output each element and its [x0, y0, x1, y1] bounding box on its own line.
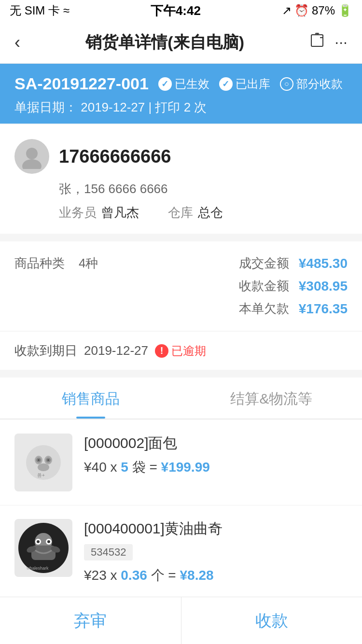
- back-button[interactable]: ‹: [14, 32, 20, 53]
- print-info: | 打印 2 次: [148, 100, 207, 114]
- customer-account-id: 17666666666: [59, 146, 171, 167]
- product-info-1: [0000002]面包 ¥40 x 5 袋 = ¥199.99: [84, 434, 348, 476]
- status-time: 下午4:42: [151, 2, 201, 19]
- sim-status: 无 SIM 卡 ≈: [10, 3, 70, 18]
- order-id-row: SA-20191227-001 ✓ 已生效 ✓ 已出库 ○ 部分收款: [14, 74, 348, 93]
- collect-payment-button[interactable]: 收款: [181, 597, 362, 644]
- collected-value: ¥308.95: [299, 279, 348, 294]
- debt-value: ¥176.35: [299, 301, 348, 317]
- status-left: 无 SIM 卡 ≈: [10, 3, 70, 18]
- goods-types-item: 商品种类 4种: [14, 255, 98, 272]
- customer-row: 17666666666: [14, 139, 348, 174]
- badge-active: ✓ 已生效: [158, 76, 209, 92]
- svg-point-20: [37, 540, 40, 543]
- svg-point-5: [22, 159, 42, 169]
- battery-level: 87%: [312, 4, 335, 17]
- deal-amount-value: ¥485.30: [299, 256, 348, 271]
- goods-types-value: 4种: [79, 256, 98, 270]
- badge-active-label: 已生效: [175, 76, 209, 92]
- warehouse-item: 仓库 总仓: [168, 204, 223, 221]
- collected-row: 收款金额 ¥308.95: [239, 278, 348, 294]
- total-1: ¥199.99: [161, 460, 210, 475]
- warehouse-value: 总仓: [198, 204, 223, 221]
- overdue-icon: !: [155, 344, 168, 358]
- deal-amount-label: 成交金额: [239, 255, 289, 272]
- stats-right: 成交金额 ¥485.30 收款金额 ¥308.95 本单欠款 ¥176.35: [239, 255, 348, 317]
- qty-1: 5: [121, 460, 128, 475]
- overdue-badge: ! 已逾期: [155, 343, 206, 359]
- warehouse-label: 仓库: [168, 204, 193, 221]
- product-info-2: [000400001]黄油曲奇 534532 ¥23 x 0.36 个 = ¥8…: [84, 519, 348, 585]
- due-date-value: 2019-12-27: [84, 343, 148, 358]
- unit-2: 个: [151, 568, 165, 583]
- check-icon-2: ✓: [219, 77, 233, 91]
- price-base-1: ¥40: [84, 460, 107, 475]
- svg-point-4: [26, 148, 38, 159]
- list-item: 兽+ [0000002]面包 ¥40 x 5 袋 = ¥199.99: [0, 420, 362, 505]
- product-price-1: ¥40 x 5 袋 = ¥199.99: [84, 458, 348, 476]
- order-date-row: 单据日期： 2019-12-27 | 打印 2 次: [14, 99, 348, 116]
- location-icon: ↗: [282, 4, 292, 17]
- share-icon[interactable]: [309, 33, 325, 52]
- page-title: 销货单详情(来自电脑): [85, 31, 244, 54]
- bottom-bar: 弃审 收款: [0, 597, 362, 644]
- customer-sub: 张，156 6666 6666: [59, 181, 348, 197]
- product-name-1: [0000002]面包: [84, 434, 348, 453]
- badge-partial-label: 部分收款: [296, 76, 343, 92]
- check-icon-1: ✓: [158, 77, 172, 91]
- svg-point-13: [38, 463, 49, 471]
- unit-1: 袋: [132, 460, 146, 475]
- tab-products[interactable]: 销售商品: [0, 378, 181, 419]
- order-date: 2019-12-27: [81, 100, 145, 114]
- deal-amount-row: 成交金额 ¥485.30: [239, 255, 348, 272]
- product-price-2: ¥23 x 0.36 个 = ¥8.28: [84, 566, 348, 585]
- salesperson-label: 业务员: [59, 204, 97, 221]
- product-image-2: whaleshark: [14, 519, 72, 577]
- status-bar: 无 SIM 卡 ≈ 下午4:42 ↗ ⏰ 87% 🔋: [0, 0, 362, 21]
- svg-text:whaleshark: whaleshark: [26, 566, 49, 571]
- overdue-label: 已逾期: [171, 343, 206, 359]
- stats-section: 商品种类 4种 成交金额 ¥485.30 收款金额 ¥308.95 本单欠款 ¥…: [0, 241, 362, 331]
- header-banner: SA-20191227-001 ✓ 已生效 ✓ 已出库 ○ 部分收款 单据日期：…: [0, 64, 362, 124]
- clock-icon: ○: [280, 77, 293, 91]
- svg-text:兽+: 兽+: [37, 473, 45, 478]
- alarm-icon: ⏰: [294, 4, 309, 17]
- product-name-2: [000400001]黄油曲奇: [84, 519, 348, 539]
- badge-shipped-label: 已出库: [236, 76, 270, 92]
- products-list: 兽+ [0000002]面包 ¥40 x 5 袋 = ¥199.99: [0, 420, 362, 599]
- tabs-section: 销售商品 结算&物流等: [0, 378, 362, 419]
- badge-partial: ○ 部分收款: [280, 76, 343, 92]
- product-tag-2: 534532: [84, 544, 133, 560]
- salesperson-value: 曾凡杰: [101, 204, 139, 221]
- due-date-label: 收款到期日: [14, 342, 77, 359]
- svg-point-12: [47, 459, 49, 461]
- tab-settlement[interactable]: 结算&物流等: [181, 378, 362, 419]
- qty-2: 0.36: [121, 568, 147, 583]
- svg-point-11: [38, 459, 40, 461]
- salesperson-item: 业务员 曾凡杰: [59, 204, 139, 221]
- debt-label: 本单欠款: [239, 300, 289, 317]
- svg-point-21: [47, 540, 50, 543]
- collected-label: 收款金额: [239, 278, 289, 294]
- svg-rect-0: [311, 35, 323, 46]
- price-base-2: ¥23: [84, 568, 107, 583]
- debt-row: 本单欠款 ¥176.35: [239, 300, 348, 317]
- total-2: ¥8.28: [180, 568, 213, 583]
- badge-shipped: ✓ 已出库: [219, 76, 270, 92]
- nav-actions: ···: [309, 33, 348, 52]
- customer-section: 17666666666 张，156 6666 6666 业务员 曾凡杰 仓库 总…: [0, 125, 362, 234]
- abandon-review-button[interactable]: 弃审: [0, 597, 181, 644]
- due-section: 收款到期日 2019-12-27 ! 已逾期: [0, 332, 362, 370]
- order-id: SA-20191227-001: [14, 74, 149, 93]
- list-item: whaleshark [000400001]黄油曲奇 534532 ¥23 x …: [0, 505, 362, 599]
- stats-left: 商品种类 4种: [14, 255, 98, 272]
- battery-icon: 🔋: [338, 4, 352, 17]
- avatar: [14, 139, 49, 174]
- customer-meta: 业务员 曾凡杰 仓库 总仓: [59, 204, 348, 221]
- date-label: 单据日期：: [14, 100, 77, 114]
- status-right: ↗ ⏰ 87% 🔋: [282, 4, 352, 17]
- nav-bar: ‹ 销货单详情(来自电脑) ···: [0, 21, 362, 64]
- product-image-1: 兽+: [14, 434, 72, 491]
- goods-types-label: 商品种类: [14, 256, 65, 270]
- more-icon[interactable]: ···: [334, 33, 348, 51]
